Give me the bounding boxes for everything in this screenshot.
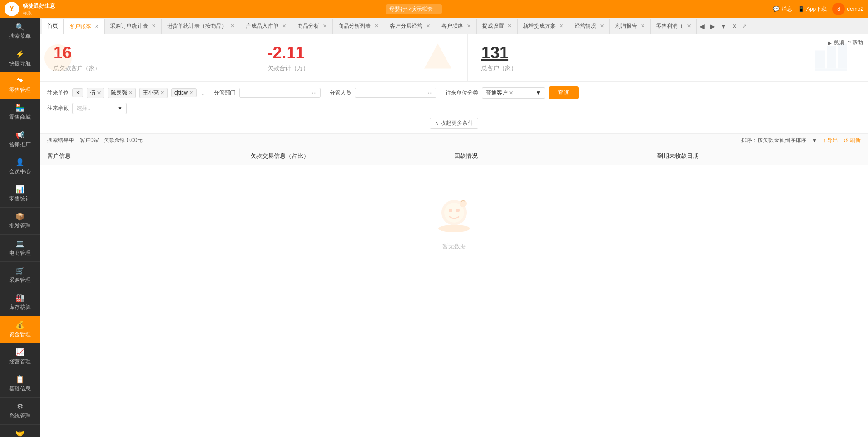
remove-tag-cj[interactable]: ✕ [189, 90, 193, 96]
tab-close-contact[interactable]: ✕ [467, 23, 471, 29]
video-button[interactable]: ▶ 视频 [828, 39, 844, 47]
sidebar-item-enterprise[interactable]: 🤝 企业协同 [0, 425, 40, 437]
svg-point-7 [438, 225, 470, 232]
filter-tag-unit-default[interactable]: ✕ [72, 88, 83, 97]
batch-icon: 📦 [4, 212, 36, 221]
main-layout: 🔍 搜索菜单 ⚡ 快捷导航 🛍 零售管理 🏪 零售商城 📢 营销推广 👤 [0, 18, 868, 437]
tab-close-purchase[interactable]: ✕ [152, 23, 156, 29]
filter-row-2: 往来余额 选择... ▼ [47, 103, 861, 114]
table-header-repay: 回款情况 [454, 152, 657, 160]
stat-block-debt: -2.11 欠款合计（万） [254, 34, 468, 81]
enterprise-icon: 🤝 [4, 429, 36, 437]
help-button[interactable]: ? 帮助 [848, 39, 863, 47]
tab-close-inbound[interactable]: ✕ [230, 23, 235, 29]
table-wrap: 客户信息 欠款交易信息（占比） 回款情况 到期未收款日期 [40, 147, 868, 278]
refresh-icon: ↺ [844, 138, 848, 144]
tab-customer-contact[interactable]: 客户联络 ✕ [436, 19, 477, 34]
refresh-button[interactable]: ↺ 刷新 [844, 137, 861, 144]
filter-area: 往来单位 ✕ 伍 ✕ 陈民强 ✕ 王小亮 [40, 82, 868, 134]
tab-close-profit[interactable]: ✕ [641, 23, 645, 29]
tab-close-raise[interactable]: ✕ [508, 23, 512, 29]
filter-tag-normal-customer[interactable]: 普通客户 ✕ [486, 89, 513, 97]
tab-inbound-stats[interactable]: 进货单统计表（按商品） ✕ [162, 19, 240, 34]
tab-purchase-order[interactable]: 采购订单统计表 ✕ [105, 19, 162, 34]
balance-selector[interactable]: 选择... ▼ [72, 103, 127, 114]
sidebar-item-system[interactable]: ⚙ 系统管理 [0, 398, 40, 425]
sidebar-item-marketing[interactable]: 📢 营销推广 [0, 126, 40, 153]
remove-category[interactable]: ✕ [509, 90, 513, 96]
tab-new-raise[interactable]: 新增提成方案 ✕ [518, 19, 569, 34]
stat-number-total[interactable]: 131 [481, 43, 508, 62]
tabs-next-btn[interactable]: ▶ [707, 19, 718, 34]
stat-block-customers: ¥ 16 总欠款客户（家） [40, 34, 254, 81]
tabs-expand-btn[interactable]: ⤢ [739, 19, 749, 34]
table-header-customer: 客户信息 [47, 152, 250, 160]
tab-retail-profit[interactable]: 零售利润（ ✕ [651, 19, 697, 34]
tab-close-retail[interactable]: ✕ [687, 23, 691, 29]
sidebar-item-operations[interactable]: 📈 经营管理 [0, 343, 40, 370]
tab-home[interactable]: 首页 [42, 19, 64, 34]
tabs-menu-btn[interactable]: ▼ [718, 19, 729, 34]
sidebar-item-retail[interactable]: 🛍 零售管理 [0, 72, 40, 99]
filter-tag-unit-chen[interactable]: 陈民强 ✕ [108, 88, 136, 98]
tab-close-customer-account[interactable]: ✕ [95, 24, 99, 29]
sidebar-item-finance[interactable]: 💰 资金管理 [0, 316, 40, 343]
message-button[interactable]: 💬 消息 [773, 5, 792, 13]
tab-close-cost[interactable]: ✕ [282, 23, 286, 29]
sidebar-item-purchase[interactable]: 🛒 采购管理 [0, 262, 40, 289]
remove-tag-chen[interactable]: ✕ [129, 90, 133, 96]
filter-tag-unit-wang[interactable]: 王小亮 ✕ [139, 88, 168, 98]
tabs-prev-btn[interactable]: ◀ [697, 19, 707, 34]
sidebar-item-batch[interactable]: 📦 批发管理 [0, 208, 40, 235]
sidebar-item-quick-nav[interactable]: ⚡ 快捷导航 [0, 45, 40, 72]
query-button[interactable]: 查询 [549, 86, 579, 99]
tab-product-list[interactable]: 商品分析列表 ✕ [333, 19, 384, 34]
export-button[interactable]: ↑ 导出 [823, 137, 838, 144]
filter-tag-unit-wu[interactable]: 伍 ✕ [87, 88, 104, 98]
search-icon: 🔍 [4, 23, 36, 31]
collapse-button[interactable]: ∧ 收起更多条件 [430, 118, 478, 129]
tab-profit[interactable]: 利润报告 ✕ [610, 19, 651, 34]
unit-category-selector[interactable]: 普通客户 ✕ ▼ [482, 87, 545, 99]
tab-cost-inbound[interactable]: 产成品入库单 ✕ [240, 19, 292, 34]
system-icon: ⚙ [4, 402, 36, 411]
tab-close-operation[interactable]: ✕ [600, 23, 604, 29]
tab-close-segment[interactable]: ✕ [426, 23, 430, 29]
workspace-selector[interactable]: 母婴行业演示帐套 [386, 4, 442, 14]
sidebar-item-retail-mall[interactable]: 🏪 零售商城 [0, 99, 40, 126]
download-icon: 📱 [798, 6, 805, 12]
sidebar-item-search[interactable]: 🔍 搜索菜单 [0, 18, 40, 45]
inventory-icon: 🏭 [4, 294, 36, 302]
tab-close-product[interactable]: ✕ [323, 23, 327, 29]
tab-product-analysis[interactable]: 商品分析 ✕ [292, 19, 333, 34]
tab-customer-account[interactable]: 客户账本 ✕ [64, 19, 105, 34]
sidebar-item-member[interactable]: 👤 会员中心 [0, 153, 40, 180]
dept-label: 分管部门 [214, 89, 235, 97]
finance-icon: 💰 [4, 321, 36, 329]
sidebar-item-retail-stats[interactable]: 📊 零售统计 [0, 180, 40, 208]
tab-raise-setting[interactable]: 提成设置 ✕ [477, 19, 518, 34]
sidebar-item-ecommerce[interactable]: 💻 电商管理 [0, 235, 40, 262]
tabs-close-all-btn[interactable]: ✕ [729, 19, 739, 34]
top-bar: ¥ 畅捷通好生意 标版 母婴行业演示帐套 💬 消息 📱 App下载 d [0, 0, 868, 18]
table-header-debt: 欠款交易信息（占比） [250, 152, 454, 160]
filter-more-units[interactable]: ... [200, 90, 205, 96]
person-selector[interactable]: ··· [355, 88, 436, 98]
main-content: ¥ 16 总欠款客户（家） -2.11 欠款合计（万） [40, 34, 868, 437]
stats-area: ¥ 16 总欠款客户（家） -2.11 欠款合计（万） [40, 34, 868, 82]
tab-close-new-raise[interactable]: ✕ [559, 23, 563, 29]
remove-tag-wang[interactable]: ✕ [160, 90, 164, 96]
tab-operation[interactable]: 经营情况 ✕ [569, 19, 610, 34]
dept-selector[interactable]: ··· [239, 88, 321, 98]
user-profile[interactable]: d demo2 [832, 3, 863, 15]
sort-chevron-icon: ▼ [812, 138, 817, 144]
ecommerce-icon: 💻 [4, 239, 36, 248]
sidebar-item-inventory[interactable]: 🏭 库存核算 [0, 289, 40, 316]
download-button[interactable]: 📱 App下载 [798, 5, 827, 13]
filter-tag-unit-cj[interactable]: cjttcw ✕ [171, 88, 197, 97]
svg-point-11 [456, 209, 460, 212]
tab-customer-segment[interactable]: 客户分层经营 ✕ [384, 19, 436, 34]
remove-tag-wu[interactable]: ✕ [97, 90, 101, 96]
sidebar-item-basic-info[interactable]: 📋 基础信息 [0, 370, 40, 398]
tab-close-product-list[interactable]: ✕ [374, 23, 379, 29]
